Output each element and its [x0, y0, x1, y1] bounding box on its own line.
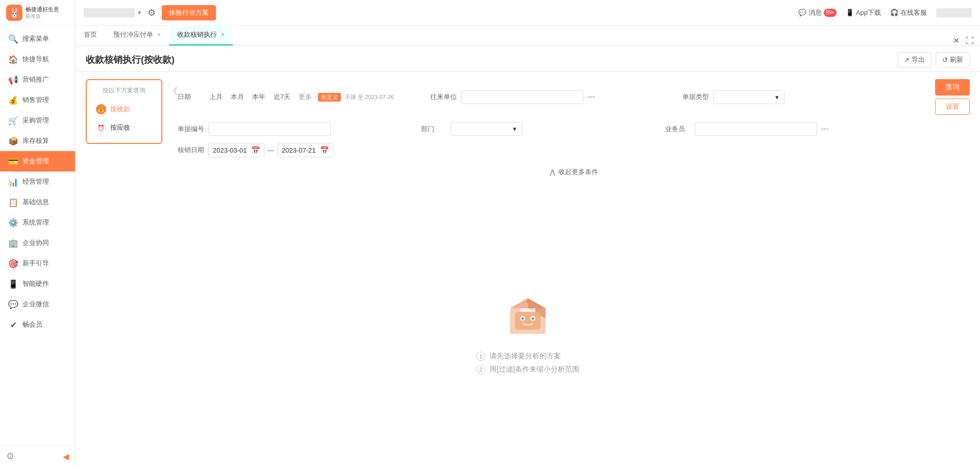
nav-icon-quick: 🏠 [8, 54, 18, 64]
sidebar-item-quick[interactable]: 🏠快捷导航 [0, 49, 75, 69]
tab-close-btn[interactable]: ✕ [953, 36, 960, 45]
filter-panel: 按以下方案查询 💰 按收款 ⏰ 按应收 《 日期 [76, 72, 980, 187]
company-selector[interactable]: ▾ [84, 8, 141, 17]
sidebar-item-ops[interactable]: 📊经营管理 [0, 171, 75, 192]
svg-point-8 [532, 317, 534, 319]
staff-dots[interactable]: ••• [821, 125, 829, 133]
filter-option-receipt[interactable]: 💰 按收款 [91, 100, 157, 118]
cal-start-icon[interactable]: 📅 [251, 146, 260, 154]
tab-bar: 首页 预付冲应付单 × 收款核销执行 × ✕ ⛶ [76, 26, 980, 46]
nav-label-ops: 经营管理 [22, 177, 49, 186]
top-header: ▾ ⚙ 休验行业方案 💬 消息 99+ 📱 App下载 🎧 在线客服 [76, 0, 980, 26]
filter-option-receivable[interactable]: ⏰ 按应收 [91, 118, 157, 137]
online-service-item[interactable]: 🎧 在线客服 [890, 8, 927, 17]
tab-receipt-write-off[interactable]: 收款核销执行 × [169, 25, 233, 45]
date-range-hint: 不限 至 2023-07-26 [345, 93, 394, 101]
sidebar-item-hardware[interactable]: 📱智能硬件 [0, 274, 75, 294]
tab-expand-btn[interactable]: ⛶ [966, 36, 974, 45]
shortcut-last-month[interactable]: 上月 [207, 91, 225, 103]
dept-select[interactable]: ▾ [451, 122, 522, 136]
tab-prepay-close[interactable]: × [157, 31, 161, 38]
sidebar-item-collab[interactable]: 🏢企业协同 [0, 233, 75, 253]
doctype-select[interactable]: ▾ [713, 90, 785, 104]
svg-point-10 [526, 300, 529, 303]
nav-icon-collab: 🏢 [8, 238, 18, 248]
sidebar-item-wechat[interactable]: 💬企业微信 [0, 294, 75, 314]
nav-label-quick: 快捷导航 [22, 55, 49, 64]
counterpart-dots[interactable]: ••• [587, 93, 595, 101]
tab-prepay[interactable]: 预付冲应付单 × [105, 25, 169, 45]
header-right: 💬 消息 99+ 📱 App下载 🎧 在线客服 [798, 8, 972, 17]
tab-receipt-close[interactable]: × [221, 31, 225, 38]
dept-chevron: ▾ [513, 125, 517, 133]
shortcut-this-month[interactable]: 本月 [229, 91, 246, 103]
writeoff-date-start-input[interactable]: 2023-03-01 📅 [208, 143, 264, 157]
sidebar-item-guide[interactable]: 🎯新手引导 [0, 253, 75, 274]
sidebar-logo: 🐰 畅捷通好生意 标准版 [0, 0, 75, 26]
gear-icon[interactable]: ⚙ [148, 7, 156, 18]
tab-home[interactable]: 首页 [76, 25, 105, 45]
dept-label: 部门 [421, 125, 447, 134]
filter-group-staff: 业务员 ••• [665, 122, 898, 136]
nav-icon-purchase: 🛒 [8, 115, 18, 126]
shortcut-more[interactable]: 更多 [297, 91, 314, 103]
industry-btn[interactable]: 休验行业方案 [162, 5, 216, 20]
export-btn[interactable]: ↗ 导出 [897, 52, 932, 67]
nav-icon-basic: 📋 [8, 197, 18, 207]
refresh-btn[interactable]: ↺ 刷新 [936, 52, 970, 67]
user-avatar[interactable] [936, 8, 972, 17]
filter-collapse-btn[interactable]: 《 [168, 85, 178, 97]
logo-icon: 🐰 [6, 5, 22, 21]
writeoff-date-end-input[interactable]: 2023-07-21 📅 [277, 143, 333, 157]
sidebar-item-finance[interactable]: 💳资金管理 [0, 151, 75, 171]
refresh-icon: ↺ [942, 56, 948, 64]
filter-form: 日期 上月 本月 本年 近7天 更多 自定义 不限 至 2023-07-26 往… [178, 79, 970, 180]
service-icon: 🎧 [890, 9, 898, 16]
cal-end-icon[interactable]: 📅 [320, 146, 329, 154]
page-header: 收款核销执行(按收款) ↗ 导出 ↺ 刷新 [76, 46, 980, 72]
query-btn[interactable]: 查询 [935, 79, 970, 95]
nav-label-collab: 企业协同 [22, 238, 49, 248]
nav-icon-hardware: 📱 [8, 279, 18, 289]
shortcut-this-year[interactable]: 本年 [250, 91, 267, 103]
filter-group-dept: 部门 ▾ [421, 122, 654, 136]
collapse-more-btn[interactable]: ⋀ 收起更多条件 [178, 164, 970, 180]
svg-point-7 [522, 317, 524, 319]
nav-icon-guide: 🎯 [8, 258, 18, 268]
messages-item[interactable]: 💬 消息 99+ [798, 8, 837, 17]
writeoff-date-end-value: 2023-07-21 [282, 146, 316, 154]
page-title-row: 收款核销执行(按收款) ↗ 导出 ↺ 刷新 [86, 52, 970, 67]
logo-name: 畅捷通好生意 [26, 6, 59, 13]
sidebar-item-member[interactable]: ✔畅会员 [0, 314, 75, 335]
sidebar-item-system[interactable]: ⚙️系统管理 [0, 212, 75, 233]
sidebar-item-basic[interactable]: 📋基础信息 [0, 192, 75, 212]
filter-sidebar-title: 按以下方案查询 [91, 86, 157, 95]
sidebar-item-search[interactable]: 🔍搜索菜单 [0, 29, 75, 49]
header-left: ▾ ⚙ 休验行业方案 [84, 5, 216, 20]
docnum-input[interactable] [208, 122, 331, 136]
company-name [84, 8, 135, 17]
sidebar-item-sales[interactable]: 💰销售管理 [0, 90, 75, 110]
custom-tag: 自定义 [318, 93, 341, 102]
filter-receipt-label: 按收款 [110, 105, 130, 114]
app-download-item[interactable]: 📱 App下载 [846, 8, 881, 17]
online-service-label: 在线客服 [900, 8, 927, 17]
nav-label-finance: 资金管理 [22, 157, 49, 166]
sidebar-collapse-icon[interactable]: ◀ [63, 452, 69, 461]
sidebar-settings-icon[interactable]: ⚙ [6, 451, 14, 462]
sidebar-item-purchase[interactable]: 🛒采购管理 [0, 110, 75, 131]
staff-label: 业务员 [665, 125, 691, 134]
counterpart-input[interactable] [461, 90, 583, 104]
settings-btn[interactable]: 设置 [935, 99, 970, 115]
filter-receivable-label: 按应收 [110, 123, 130, 132]
staff-input[interactable] [695, 122, 817, 136]
shortcut-7days[interactable]: 近7天 [272, 91, 292, 103]
nav-label-purchase: 采购管理 [22, 116, 49, 125]
filter-row-2: 单据编号 部门 ▾ 业务员 ••• [178, 122, 970, 136]
sidebar-nav: 🔍搜索菜单🏠快捷导航📢营销推广💰销售管理🛒采购管理📦库存核算💳资金管理📊经营管理… [0, 26, 75, 445]
nav-label-marketing: 营销推广 [22, 75, 49, 84]
filter-row-1: 日期 上月 本月 本年 近7天 更多 自定义 不限 至 2023-07-26 往… [178, 79, 970, 115]
sidebar-item-inventory[interactable]: 📦库存核算 [0, 131, 75, 151]
sidebar-item-marketing[interactable]: 📢营销推广 [0, 69, 75, 90]
nav-label-hardware: 智能硬件 [22, 279, 49, 288]
